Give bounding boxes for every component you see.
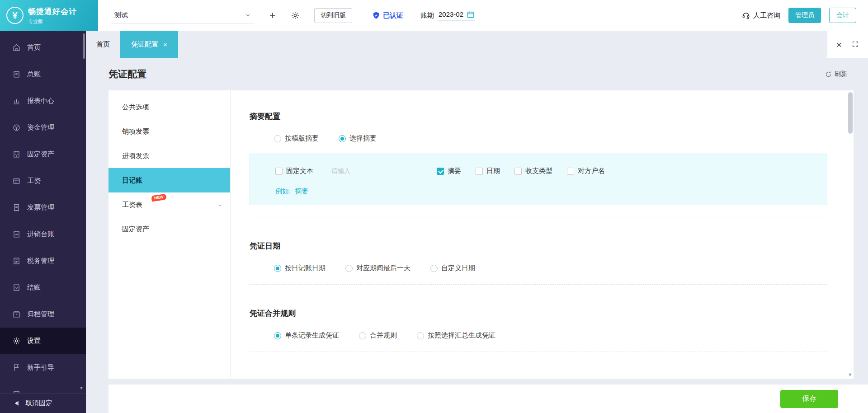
- brand-coin-icon: ¥: [6, 7, 24, 24]
- subnav-item-fixed-assets[interactable]: 固定资产: [108, 217, 230, 241]
- radio-circle: [274, 265, 281, 272]
- checkbox-square: [476, 168, 483, 175]
- topbar-right: 人工咨询 管理员 会计: [742, 8, 868, 23]
- shield-certified-icon: [372, 11, 380, 19]
- checkbox-income-expense-type[interactable]: 收支类型: [514, 167, 552, 175]
- sidebar-item-newbie-guide[interactable]: 新手引导: [0, 354, 86, 381]
- radio-select-summary[interactable]: 选择摘要: [339, 134, 377, 143]
- radio-label: 按日记账日期: [285, 264, 326, 272]
- radio-period-last-day[interactable]: 对应期间最后一天: [345, 264, 410, 272]
- building-icon: [12, 150, 21, 159]
- subnav-item-input-invoice[interactable]: 进项发票: [108, 144, 230, 168]
- summary-options-row: 固定文本 摘要 日期 收支类型: [275, 166, 827, 176]
- sidebar-item-archive-management[interactable]: 归档管理: [0, 301, 86, 328]
- unpin-sidebar-button[interactable]: 取消固定: [0, 393, 86, 413]
- radio-journal-date[interactable]: 按日记账日期: [274, 264, 326, 272]
- checkbox-date[interactable]: 日期: [476, 167, 500, 175]
- page-header: 凭证配置 刷新: [86, 58, 868, 90]
- switch-to-old-version-button[interactable]: 切到旧版: [314, 8, 352, 23]
- sidebar: 首页 总账 报表中心 资金管理 固定资产 工资: [0, 31, 86, 413]
- chevron-down-icon: [245, 12, 251, 18]
- unpin-label: 取消固定: [25, 399, 52, 408]
- salary-card-icon: [12, 177, 21, 185]
- accountant-role-button[interactable]: 会计: [829, 8, 856, 23]
- checkbox-fixed-text[interactable]: 固定文本: [275, 167, 313, 175]
- radio-single-record[interactable]: 单条记录生成凭证: [274, 331, 339, 340]
- subnav-item-common-options[interactable]: 公共选项: [108, 95, 230, 119]
- invoice-icon: [12, 203, 21, 212]
- accounting-period: 账期 2023-02: [420, 10, 475, 21]
- flag-icon: [12, 363, 21, 372]
- sidebar-item-tax-management[interactable]: 税务管理: [0, 248, 86, 274]
- sidebar-item-label: 资金管理: [27, 123, 54, 132]
- sidebar-item-settings[interactable]: 设置: [0, 328, 86, 354]
- checkbox-square: [514, 168, 522, 175]
- sidebar-item-label: 新手引导: [27, 363, 54, 372]
- subnav-item-output-invoice[interactable]: 销项发票: [108, 119, 230, 144]
- brand-logo: ¥ 畅捷通好会计 专业版: [0, 0, 98, 31]
- period-picker[interactable]: 2023-02: [439, 10, 475, 21]
- sidebar-item-salary[interactable]: 工资: [0, 168, 86, 194]
- subnav-item-journal[interactable]: 日记账: [108, 168, 230, 192]
- tab-label: 凭证配置: [131, 40, 158, 49]
- radio-circle: [417, 332, 424, 339]
- radio-summarize-by-selection[interactable]: 按照选择汇总生成凭证: [417, 331, 495, 340]
- sidebar-item-invoice-management[interactable]: 发票管理: [0, 194, 86, 221]
- sidebar-item-label: 工资: [27, 177, 41, 185]
- tab-voucher-config[interactable]: 凭证配置 ×: [120, 31, 178, 58]
- bar-chart-icon: [12, 97, 21, 105]
- settings-gear-icon: [12, 337, 21, 345]
- section-title-voucher-date: 凭证日期: [250, 241, 827, 251]
- checkbox-counterparty-name[interactable]: 对方户名: [567, 167, 605, 175]
- tab-bar: 首页 凭证配置 × ×: [86, 31, 868, 58]
- coin-icon: [12, 123, 21, 132]
- sidebar-item-purchase-sale-ledger[interactable]: 进销台账: [0, 221, 86, 248]
- content-scrollbar-thumb[interactable]: [848, 92, 853, 134]
- example-label: 例如:: [275, 187, 291, 196]
- radio-circle: [274, 332, 281, 339]
- sidebar-item-fund-management[interactable]: 资金管理: [0, 114, 86, 141]
- radio-custom-date[interactable]: 自定义日期: [430, 264, 475, 272]
- sidebar-item-label: 固定资产: [27, 150, 54, 159]
- save-button[interactable]: 保存: [780, 390, 838, 408]
- sidebar-scrollbar-thumb[interactable]: [83, 33, 85, 59]
- fixed-text-input[interactable]: [330, 166, 422, 176]
- sidebar-item-home[interactable]: 首页: [0, 34, 86, 61]
- radio-circle: [359, 332, 366, 339]
- certified-label: 已认证: [383, 11, 403, 20]
- sidebar-menu: 首页 总账 报表中心 资金管理 固定资产 工资: [0, 31, 86, 408]
- checkbox-square: [567, 168, 574, 175]
- sidebar-scroll-down-icon[interactable]: ▼: [79, 385, 84, 390]
- home-icon: [12, 43, 21, 52]
- radio-label: 自定义日期: [441, 264, 475, 272]
- fullscreen-icon[interactable]: [852, 41, 859, 48]
- radio-merge-rule[interactable]: 合并规则: [359, 331, 397, 340]
- support-label: 人工咨询: [753, 11, 780, 20]
- certified-badge[interactable]: 已认证: [372, 11, 403, 20]
- brand-text: 畅捷通好会计 专业版: [28, 6, 77, 25]
- sidebar-item-fixed-assets[interactable]: 固定资产: [0, 141, 86, 168]
- company-name: 测试: [114, 11, 128, 19]
- checkbox-square: [275, 168, 283, 175]
- tab-close-icon[interactable]: ×: [163, 41, 167, 48]
- example-value-link[interactable]: 摘要: [295, 187, 308, 196]
- sidebar-item-general-ledger[interactable]: 总账: [0, 61, 86, 88]
- radio-label: 合并规则: [370, 331, 397, 340]
- tab-home[interactable]: 首页: [86, 31, 120, 58]
- trend-doc-icon: [12, 230, 21, 239]
- content-scroll-down-icon[interactable]: ▼: [848, 372, 853, 377]
- human-support-link[interactable]: 人工咨询: [742, 11, 780, 20]
- account-settings-button[interactable]: [291, 11, 300, 20]
- sidebar-item-closing[interactable]: 结账: [0, 274, 86, 301]
- company-select[interactable]: 测试: [111, 7, 255, 24]
- checkbox-label: 固定文本: [286, 167, 313, 175]
- headset-icon: [742, 11, 750, 19]
- radio-template-summary[interactable]: 按模版摘要: [274, 134, 319, 143]
- checkbox-summary[interactable]: 摘要: [437, 167, 461, 175]
- refresh-button[interactable]: 刷新: [825, 70, 847, 78]
- sidebar-item-report-center[interactable]: 报表中心: [0, 88, 86, 114]
- add-account-button[interactable]: [268, 11, 277, 20]
- admin-role-button[interactable]: 管理员: [788, 8, 821, 23]
- close-all-tabs-icon[interactable]: ×: [836, 40, 842, 49]
- subnav-item-payroll[interactable]: 工资表 NEW: [108, 192, 230, 217]
